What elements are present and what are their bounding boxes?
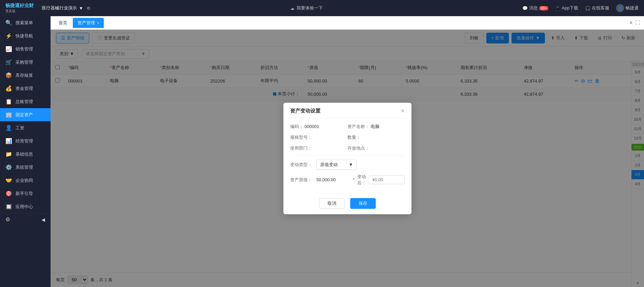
app-logo: 畅捷通好业财 普及版 [5, 3, 34, 13]
person-icon: 👤 [5, 125, 12, 131]
modal-quantity-row: 数量： [347, 134, 405, 140]
chart-icon: 📈 [5, 46, 12, 52]
sidebar-item-system[interactable]: ⚙️ 系统管理 [0, 161, 51, 174]
message-button[interactable]: 💬 消息 99+ [522, 5, 548, 11]
sidebar-item-quick-nav[interactable]: ⚡ 快捷导航 [0, 29, 51, 42]
sidebar-item-purchase[interactable]: 🛒 采购管理 [0, 56, 51, 69]
cart-icon: 🛒 [5, 59, 12, 65]
sidebar-item-collab[interactable]: 🤝 企业协同 [0, 174, 51, 187]
save-button[interactable]: 保存 [350, 198, 376, 209]
sidebar-item-general[interactable]: 📋 总账管理 [0, 95, 51, 108]
system-gear-icon: ⚙️ [5, 164, 12, 170]
settings-bottom-icon[interactable]: ⚙ [5, 216, 10, 223]
modal-overlay: 资产变动设置 × 编码： 000001 [51, 30, 644, 287]
sidebar-item-search[interactable]: 🔍 搜索菜单 [0, 16, 51, 29]
avatar: 👤 [616, 4, 624, 12]
handshake-icon: 🤝 [5, 177, 12, 184]
sidebar-item-finance[interactable]: 💰 资金管理 [0, 82, 51, 95]
message-badge: 99+ [539, 6, 548, 10]
bar-chart-icon: 📊 [5, 138, 12, 144]
online-service-button[interactable]: 🎧 在线客服 [585, 5, 609, 11]
tab-close-icon[interactable]: × [97, 21, 99, 25]
lightning-icon: ⚡ [5, 33, 12, 39]
modal-spec-row: 规格型号： [290, 134, 347, 140]
after-change-input[interactable] [369, 175, 405, 184]
sidebar-item-inventory[interactable]: 📦 库存核算 [0, 69, 51, 82]
grid-icon: 🔲 [5, 203, 12, 210]
box-icon: 📦 [5, 72, 12, 78]
sidebar-item-operations[interactable]: 📊 经营管理 [0, 134, 51, 148]
modal-close-icon[interactable]: × [401, 107, 405, 115]
cloud-icon: ☁ [290, 6, 295, 11]
message-icon: 💬 [522, 6, 528, 11]
collapse-icon[interactable]: ◀ [41, 217, 45, 222]
modal-code-row: 编码： 000001 [290, 124, 347, 130]
folder-icon: 📁 [5, 151, 12, 157]
building-icon: 🏢 [5, 111, 12, 118]
download-icon: 📱 [555, 6, 560, 11]
app-download-button[interactable]: 📱 App下载 [555, 5, 578, 11]
window-close-icon[interactable]: × [630, 20, 633, 26]
sidebar-item-base-info[interactable]: 📁 基础信息 [0, 148, 51, 161]
sidebar-item-fixed-assets[interactable]: 🏢 固定资产 [0, 108, 51, 121]
sidebar-item-payroll[interactable]: 👤 工资 [0, 121, 51, 134]
tab-asset-management[interactable]: 资产管理 × [73, 18, 104, 28]
money-icon: 💰 [5, 85, 12, 92]
company-selector[interactable]: 医疗器械行业演示 ▼ ⚙ [42, 5, 91, 11]
modal-asset-name-row: 资产名称： 电脑 [347, 124, 405, 130]
tab-home[interactable]: 首页 [55, 18, 71, 28]
sidebar-item-sales[interactable]: 📈 销售管理 [0, 42, 51, 56]
sidebar-item-guide[interactable]: 🎯 新手引导 [0, 187, 51, 200]
ledger-icon: 📋 [5, 98, 12, 105]
cancel-button[interactable]: 取消 [319, 198, 345, 209]
service-icon: 🎧 [585, 6, 590, 11]
modal-title: 资产变动设置 [290, 108, 320, 114]
modal-dept-row: 使用部门： [290, 145, 347, 151]
target-icon: 🎯 [5, 190, 12, 197]
asset-change-modal: 资产变动设置 × 编码： 000001 [283, 103, 411, 214]
gear-icon[interactable]: ⚙ [87, 6, 91, 11]
window-expand-icon[interactable]: ⛶ [635, 20, 640, 26]
modal-location-row: 存放地点： [347, 145, 405, 151]
original-value-display: 50,000.00 [316, 177, 350, 182]
sidebar-item-appstore[interactable]: 🔲 应用中心 [0, 200, 51, 213]
required-star: * [353, 177, 355, 182]
change-type-select[interactable]: 原值变动 ▼ [316, 160, 357, 170]
search-icon: 🔍 [5, 20, 12, 26]
chevron-down-icon: ▼ [79, 6, 83, 11]
user-profile[interactable]: 👤 畅捷通 [616, 4, 639, 12]
select-arrow-icon: ▼ [349, 162, 353, 167]
